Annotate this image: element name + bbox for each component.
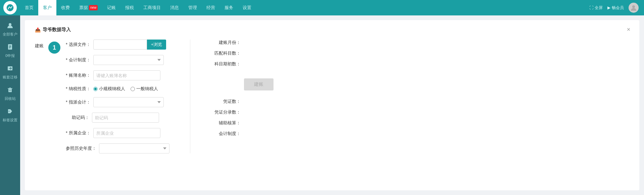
page-container: 📤 导爷数据导入 × 建账 1 * 选择文件： [25,20,639,190]
top-navigation: 首页 客户 收费 票据 new 记账 报税 工商项目 消息 管理 经营 服务 设… [0,0,644,15]
company-label: * 所属企业： [66,130,91,136]
nav-message[interactable]: 消息 [165,0,184,15]
tag-icon [7,108,13,116]
tax-small-input[interactable] [93,87,98,91]
new-badge: new [89,5,98,10]
step-label: 建账 [35,40,44,49]
sidebar-item-declaration[interactable]: 0申报 [0,40,20,62]
migrate-icon [7,65,13,73]
info-period-label: 科目期初数： [214,61,241,67]
sidebar-label-tags: 标签设置 [3,118,17,123]
accountant-row: * 指派会计： [66,97,180,107]
info-month-row: 建账月份： [214,40,304,46]
info-aux-row: 辅助核算： [214,120,304,126]
nav-home[interactable]: 首页 [20,0,38,15]
tax-small-label: 小规模纳税人 [99,86,125,92]
memo-input[interactable] [92,113,159,123]
browse-button[interactable]: +浏览 [147,40,166,50]
info-voucher-label: 凭证数： [214,99,241,105]
nav-right-area: ⛶ 全屏 ▶ 畅会员 [589,3,644,13]
sidebar-item-recycle[interactable]: 回收站 [0,83,20,105]
tax-radio-group: 小规模纳税人 一般纳税人 [93,86,158,92]
info-voucher-records-label: 凭证分录数： [214,109,241,115]
tax-general-radio[interactable]: 一般纳税人 [131,86,158,92]
info-accounting-system-row: 会计制度： [214,131,304,137]
import-icon: 📤 [35,27,41,32]
accountant-select[interactable] [93,97,164,107]
nav-menu: 首页 客户 收费 票据 new 记账 报税 工商项目 消息 管理 经营 服务 设… [20,0,589,15]
tax-label: * 纳税性质： [66,86,91,92]
tax-type-row: * 纳税性质： 小规模纳税人 一般纳税人 [66,86,180,92]
main-layout: 全部客户 0申报 账套迁移 [0,15,644,195]
section-divider [190,40,190,153]
sidebar-item-all-clients[interactable]: 全部客户 [0,19,20,40]
nav-invoice[interactable]: 票据 new [75,0,102,15]
history-select[interactable] [99,143,169,153]
trash-icon [7,86,13,95]
file-input-group: +浏览 [93,40,166,50]
sidebar-label-all-clients: 全部客户 [3,32,17,37]
tax-general-label: 一般纳税人 [136,86,158,92]
info-match-label: 匹配科目数： [214,50,241,56]
info-voucher-row: 凭证数： [214,99,304,105]
app-logo[interactable] [3,1,17,14]
svg-point-13 [9,111,9,112]
fullscreen-button[interactable]: ⛶ 全屏 [589,5,603,11]
company-input[interactable] [93,128,160,138]
nav-operation[interactable]: 经营 [202,0,220,15]
memo-label: 助记码： [66,115,89,121]
fullscreen-icon: ⛶ [589,5,593,10]
info-accounting-system-label: 会计制度： [214,131,241,137]
vip-button[interactable]: ▶ 畅会员 [607,5,624,11]
nav-bookkeeping[interactable]: 记账 [102,0,120,15]
nav-manage[interactable]: 管理 [184,0,202,15]
nav-tax[interactable]: 报税 [120,0,139,15]
history-label: 参照历史年度： [66,145,96,151]
play-icon: ▶ [607,5,610,10]
sidebar-label-recycle: 回收站 [5,96,16,101]
history-year-row: 参照历史年度： [66,143,180,153]
form-area: 建账 1 * 选择文件： +浏览 [35,40,629,153]
info-match-row: 匹配科目数： [214,50,304,56]
info-aux-label: 辅助核算： [214,120,241,126]
sidebar-item-migrate[interactable]: 账套迁移 [0,62,20,83]
sidebar: 全部客户 0申报 账套迁移 [0,15,20,195]
user-avatar[interactable] [629,3,639,13]
declaration-icon [7,44,13,52]
svg-point-2 [9,23,11,26]
step-circle: 1 [48,42,60,54]
info-period-row: 科目期初数： [214,61,304,67]
accounting-select[interactable] [93,55,164,65]
form-right-section: 建账月份： 匹配科目数： 科目期初数： 建账 [214,40,304,153]
memo-row: 助记码： [66,113,180,123]
ledger-label: * 账簿名称： [66,72,91,78]
ledger-input[interactable] [93,70,160,80]
main-content: 📤 导爷数据导入 × 建账 1 * 选择文件： [20,15,644,195]
ledger-name-row: * 账簿名称： [66,70,180,80]
close-button[interactable]: × [625,25,633,34]
form-left-section: 建账 1 * 选择文件： +浏览 [35,40,180,153]
accounting-system-row: * 会计制度： [66,55,180,65]
svg-point-1 [632,5,635,8]
sidebar-item-tags[interactable]: 标签设置 [0,105,20,126]
nav-client[interactable]: 客户 [38,0,56,15]
tax-general-input[interactable] [131,87,135,91]
tax-small-radio[interactable]: 小规模纳税人 [93,86,125,92]
nav-fee[interactable]: 收费 [56,0,75,15]
page-header: 📤 导爷数据导入 [35,27,629,33]
nav-settings[interactable]: 设置 [238,0,256,15]
accounting-label: * 会计制度： [66,57,91,63]
build-account-button[interactable]: 建账 [244,78,274,90]
page-title: 导爷数据导入 [43,27,71,33]
nav-business[interactable]: 工商项目 [139,0,165,15]
svg-rect-8 [8,88,12,92]
accountant-label: * 指派会计： [66,99,91,105]
info-voucher-records-row: 凭证分录数： [214,109,304,115]
file-select-row: * 选择文件： +浏览 [66,40,180,50]
file-input[interactable] [93,40,147,50]
nav-service[interactable]: 服务 [220,0,238,15]
user-icon [7,22,13,30]
sidebar-label-declaration: 0申报 [5,53,15,58]
info-month-label: 建账月份： [214,40,241,46]
company-row: * 所属企业： [66,128,180,138]
